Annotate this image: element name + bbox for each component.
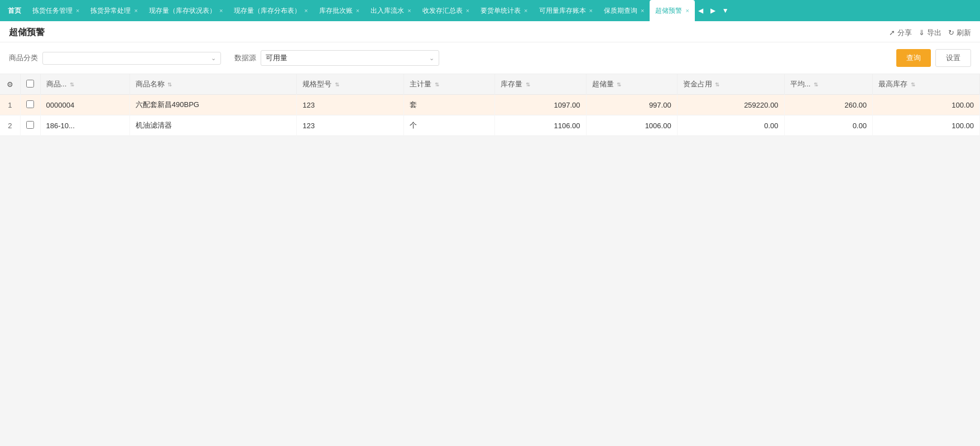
nav-tab-home[interactable]: 首页 <box>2 0 27 21</box>
nav-tab-overstock-close[interactable]: × <box>685 7 689 14</box>
row-checkbox[interactable] <box>26 121 34 129</box>
column-stock[interactable]: 库存量 ⇅ <box>495 74 586 95</box>
page-header: 超储预警 ➚ 分享 ⇓ 导出 ↻ 刷新 <box>0 21 980 42</box>
nav-tab-exception-label: 拣货异常处理 <box>90 6 131 16</box>
datasource-value: 可用量 <box>266 53 287 63</box>
column-settings-gear[interactable]: ⚙ <box>0 74 20 95</box>
nav-tab-overstock[interactable]: 超储预警 × <box>650 0 694 21</box>
nav-more-arrow[interactable]: ▼ <box>719 0 732 21</box>
row-num: 2 <box>0 115 20 136</box>
column-avg-sort-icon: ⇅ <box>814 81 818 88</box>
column-over[interactable]: 超储量 ⇅ <box>586 74 677 95</box>
nav-tab-batch-close[interactable]: × <box>356 7 359 14</box>
nav-tab-batch[interactable]: 库存批次账 × <box>314 0 365 21</box>
row-over: 997.00 <box>586 95 677 115</box>
row-checkbox-cell <box>20 95 40 115</box>
datasource-filter: 数据源 可用量 ⌄ <box>234 50 439 66</box>
nav-tab-stock-dist-close[interactable]: × <box>304 7 308 14</box>
nav-tab-exception-close[interactable]: × <box>134 7 137 14</box>
column-spec[interactable]: 规格型号 ⇅ <box>297 74 404 95</box>
column-stock-sort-icon: ⇅ <box>526 81 530 88</box>
nav-tab-expire-label: 保质期查询 <box>604 6 637 16</box>
column-spec-sort-icon: ⇅ <box>335 81 339 88</box>
nav-tab-task-label: 拣货任务管理 <box>32 6 73 16</box>
nav-tab-task-close[interactable]: × <box>76 7 79 14</box>
nav-tab-flow-label: 出入库流水 <box>371 6 404 16</box>
share-icon: ➚ <box>889 28 895 37</box>
nav-tab-batch-label: 库存批次账 <box>319 6 353 16</box>
category-label: 商品分类 <box>9 53 38 63</box>
export-label: 导出 <box>927 28 941 38</box>
nav-tab-flow-close[interactable]: × <box>407 7 411 14</box>
nav-tab-expire-close[interactable]: × <box>641 7 644 14</box>
column-max[interactable]: 最高库存 ⇅ <box>872 74 979 95</box>
column-capital-sort-icon: ⇅ <box>715 81 719 88</box>
nav-tab-exception[interactable]: 拣货异常处理 × <box>85 0 143 21</box>
row-stock: 1106.00 <box>495 115 586 136</box>
column-unit[interactable]: 主计量 ⇅ <box>404 74 495 95</box>
nav-tab-expire[interactable]: 保质期查询 × <box>598 0 650 21</box>
column-max-label: 最高库存 <box>878 80 907 88</box>
nav-tab-stock-status-close[interactable]: × <box>219 7 223 14</box>
column-checkbox <box>20 74 40 95</box>
row-capital: 259220.00 <box>677 95 784 115</box>
nav-tab-stock-status-label: 现存量（库存状况表） <box>149 6 216 16</box>
nav-tab-overstock-label: 超储预警 <box>655 6 682 16</box>
row-stock: 1097.00 <box>495 95 586 115</box>
row-checkbox[interactable] <box>26 100 34 108</box>
row-checkbox-cell <box>20 115 40 136</box>
row-max: 100.00 <box>872 115 979 136</box>
table-row: 1 0000004 六配套新昌490BPG 123 套 1097.00 997.… <box>0 95 980 115</box>
row-name: 六配套新昌490BPG <box>129 95 297 115</box>
data-table: ⚙ 商品... ⇅ 商品名称 ⇅ 规格型号 ⇅ 主计量 <box>0 74 980 136</box>
nav-tab-summary-label: 收发存汇总表 <box>422 6 463 16</box>
row-name: 机油滤清器 <box>129 115 297 136</box>
category-filter: 商品分类 ⌄ <box>9 52 221 65</box>
row-code: 186-10... <box>40 115 129 136</box>
column-unit-label: 主计量 <box>410 80 431 88</box>
share-button[interactable]: ➚ 分享 <box>889 28 912 38</box>
category-select[interactable]: ⌄ <box>42 52 221 65</box>
row-num: 1 <box>0 95 20 115</box>
nav-tab-avail[interactable]: 可用量库存账本 × <box>534 0 598 21</box>
column-name[interactable]: 商品名称 ⇅ <box>129 74 297 95</box>
row-spec: 123 <box>297 95 404 115</box>
column-over-label: 超储量 <box>592 80 614 88</box>
row-over: 1006.00 <box>586 115 677 136</box>
nav-tab-order-stat[interactable]: 要货单统计表 × <box>475 0 533 21</box>
nav-tab-avail-close[interactable]: × <box>589 7 593 14</box>
settings-button[interactable]: 设置 <box>935 49 971 67</box>
datasource-select[interactable]: 可用量 ⌄ <box>261 50 439 66</box>
column-capital-label: 资金占用 <box>683 80 712 88</box>
nav-prev-arrow[interactable]: ◀ <box>695 0 707 21</box>
row-spec: 123 <box>297 115 404 136</box>
row-capital: 0.00 <box>677 115 784 136</box>
nav-tab-summary-close[interactable]: × <box>466 7 469 14</box>
nav-next-arrow[interactable]: ▶ <box>707 0 719 21</box>
table-row: 2 186-10... 机油滤清器 123 个 1106.00 1006.00 … <box>0 115 980 136</box>
nav-tab-flow[interactable]: 出入库流水 × <box>365 0 416 21</box>
top-nav: 首页 拣货任务管理 × 拣货异常处理 × 现存量（库存状况表） × 现存量（库存… <box>0 0 980 21</box>
table-container: ⚙ 商品... ⇅ 商品名称 ⇅ 规格型号 ⇅ 主计量 <box>0 74 980 136</box>
refresh-icon: ↻ <box>948 28 954 37</box>
nav-tab-summary[interactable]: 收发存汇总表 × <box>417 0 475 21</box>
column-avg[interactable]: 平均... ⇅ <box>784 74 872 95</box>
filter-bar: 商品分类 ⌄ 数据源 可用量 ⌄ 查询 设置 <box>0 42 980 74</box>
share-label: 分享 <box>897 28 912 38</box>
nav-tab-task[interactable]: 拣货任务管理 × <box>27 0 85 21</box>
column-capital[interactable]: 资金占用 ⇅ <box>677 74 784 95</box>
select-all-checkbox[interactable] <box>26 80 34 88</box>
nav-tab-stock-status[interactable]: 现存量（库存状况表） × <box>143 0 228 21</box>
row-avg: 0.00 <box>784 115 872 136</box>
column-spec-label: 规格型号 <box>302 80 332 88</box>
nav-tab-stock-dist[interactable]: 现存量（库存分布表） × <box>228 0 313 21</box>
refresh-button[interactable]: ↻ 刷新 <box>948 28 971 38</box>
export-button[interactable]: ⇓ 导出 <box>919 28 941 38</box>
query-button[interactable]: 查询 <box>896 49 931 67</box>
nav-tab-order-stat-close[interactable]: × <box>524 7 527 14</box>
nav-tab-avail-label: 可用量库存账本 <box>539 6 586 16</box>
nav-tab-home-label: 首页 <box>8 6 21 16</box>
column-name-label: 商品名称 <box>136 80 165 88</box>
column-code[interactable]: 商品... ⇅ <box>40 74 129 95</box>
refresh-label: 刷新 <box>957 28 971 38</box>
